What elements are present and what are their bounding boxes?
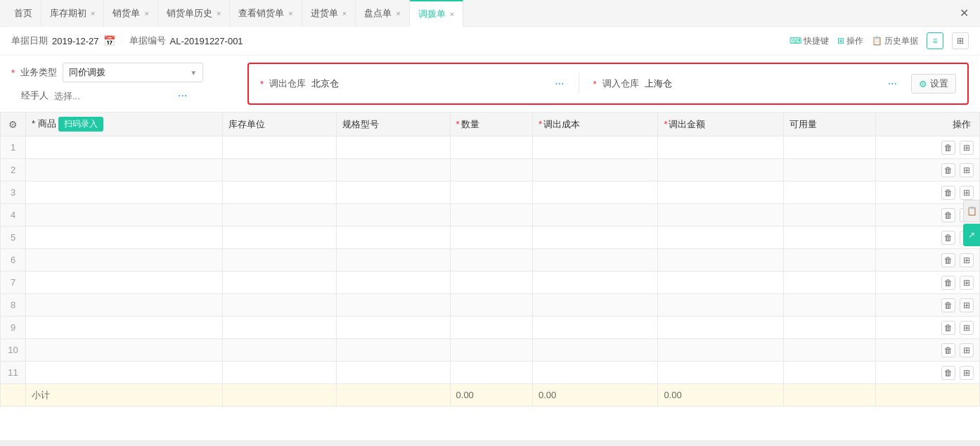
view-toggle-list[interactable]: ≡ <box>927 32 943 49</box>
cell-cost[interactable] <box>532 181 657 204</box>
cell-cost[interactable] <box>532 249 657 272</box>
tab-sales[interactable]: 销货单 × <box>104 0 157 27</box>
cell-qty[interactable] <box>450 204 532 227</box>
scan-entry-button[interactable]: 扫码录入 <box>58 117 103 132</box>
close-tab-stocktake[interactable]: × <box>396 9 400 18</box>
cell-amount[interactable] <box>658 136 783 159</box>
delete-row-icon[interactable]: 🗑 <box>941 141 955 155</box>
cell-unit[interactable] <box>222 181 336 204</box>
delete-row-icon[interactable]: 🗑 <box>941 298 955 312</box>
close-tab-view-sales[interactable]: × <box>288 9 292 18</box>
tab-inventory-init[interactable]: 库存期初 × <box>41 0 104 27</box>
cell-product[interactable] <box>26 227 223 249</box>
cell-qty[interactable] <box>450 317 532 339</box>
cell-unit[interactable] <box>222 136 336 159</box>
delete-row-icon[interactable]: 🗑 <box>941 366 955 380</box>
cell-available[interactable] <box>783 317 875 339</box>
cell-available[interactable] <box>783 181 875 204</box>
operations-btn[interactable]: ⊞ 操作 <box>837 35 863 47</box>
shortcuts-btn[interactable]: ⌨ 快捷键 <box>789 35 829 47</box>
cell-amount[interactable] <box>658 204 783 227</box>
cell-amount[interactable] <box>658 227 783 249</box>
side-list-icon[interactable]: 📋 <box>963 200 980 222</box>
cell-amount[interactable] <box>658 159 783 181</box>
cell-product[interactable] <box>26 294 223 317</box>
in-warehouse-more-icon[interactable]: ··· <box>888 77 897 90</box>
history-btn[interactable]: 📋 历史单据 <box>872 35 918 47</box>
delete-row-icon[interactable]: 🗑 <box>941 231 955 245</box>
copy-row-icon[interactable]: ⊞ <box>960 298 974 312</box>
out-warehouse-more-icon[interactable]: ··· <box>555 77 564 90</box>
close-tab-sales-history[interactable]: × <box>217 9 221 18</box>
cell-available[interactable] <box>783 249 875 272</box>
cell-cost[interactable] <box>532 204 657 227</box>
cell-product[interactable] <box>26 249 223 272</box>
copy-row-icon[interactable]: ⊞ <box>960 253 974 267</box>
cell-unit[interactable] <box>222 362 336 384</box>
close-tab-transfer[interactable]: × <box>450 10 454 18</box>
delete-row-icon[interactable]: 🗑 <box>941 276 955 290</box>
cell-spec[interactable] <box>336 294 450 317</box>
cell-unit[interactable] <box>222 317 336 339</box>
cell-spec[interactable] <box>336 339 450 362</box>
copy-row-icon[interactable]: ⊞ <box>960 186 974 200</box>
cell-cost[interactable] <box>532 339 657 362</box>
calendar-icon[interactable]: 📅 <box>103 35 115 46</box>
cell-available[interactable] <box>783 362 875 384</box>
biz-type-select[interactable]: 同价调拨 ▼ <box>63 63 203 82</box>
cell-available[interactable] <box>783 272 875 294</box>
cell-amount[interactable] <box>658 272 783 294</box>
cell-product[interactable] <box>26 362 223 384</box>
cell-product[interactable] <box>26 317 223 339</box>
cell-qty[interactable] <box>450 294 532 317</box>
handler-input[interactable] <box>54 91 172 101</box>
close-tab-inventory-init[interactable]: × <box>91 9 95 18</box>
cell-unit[interactable] <box>222 227 336 249</box>
delete-row-icon[interactable]: 🗑 <box>941 343 955 357</box>
delete-row-icon[interactable]: 🗑 <box>941 253 955 267</box>
cell-cost[interactable] <box>532 362 657 384</box>
cell-available[interactable] <box>783 227 875 249</box>
cell-product[interactable] <box>26 136 223 159</box>
side-export-icon[interactable]: ↗ <box>963 224 980 246</box>
cell-product[interactable] <box>26 181 223 204</box>
scroll-area[interactable] <box>0 440 980 446</box>
cell-qty[interactable] <box>450 339 532 362</box>
copy-row-icon[interactable]: ⊞ <box>960 163 974 177</box>
cell-spec[interactable] <box>336 136 450 159</box>
cell-amount[interactable] <box>658 249 783 272</box>
tab-purchase[interactable]: 进货单 × <box>302 0 356 27</box>
cell-unit[interactable] <box>222 159 336 181</box>
handler-more-icon[interactable]: ··· <box>178 89 187 102</box>
cell-available[interactable] <box>783 136 875 159</box>
cell-amount[interactable] <box>658 294 783 317</box>
cell-cost[interactable] <box>532 317 657 339</box>
cell-amount[interactable] <box>658 317 783 339</box>
cell-unit[interactable] <box>222 294 336 317</box>
cell-cost[interactable] <box>532 136 657 159</box>
cell-spec[interactable] <box>336 159 450 181</box>
cell-available[interactable] <box>783 159 875 181</box>
cell-qty[interactable] <box>450 227 532 249</box>
cell-qty[interactable] <box>450 249 532 272</box>
tab-sales-history[interactable]: 销货单历史 × <box>158 0 230 27</box>
cell-unit[interactable] <box>222 339 336 362</box>
col-gear-icon[interactable]: ⚙ <box>8 119 18 130</box>
cell-qty[interactable] <box>450 181 532 204</box>
delete-row-icon[interactable]: 🗑 <box>941 186 955 200</box>
cell-product[interactable] <box>26 339 223 362</box>
cell-cost[interactable] <box>532 272 657 294</box>
cell-qty[interactable] <box>450 272 532 294</box>
cell-spec[interactable] <box>336 272 450 294</box>
cell-spec[interactable] <box>336 317 450 339</box>
cell-product[interactable] <box>26 159 223 181</box>
cell-available[interactable] <box>783 339 875 362</box>
cell-spec[interactable] <box>336 227 450 249</box>
cell-spec[interactable] <box>336 181 450 204</box>
cell-amount[interactable] <box>658 339 783 362</box>
cell-available[interactable] <box>783 204 875 227</box>
close-tab-purchase[interactable]: × <box>342 9 347 18</box>
cell-unit[interactable] <box>222 249 336 272</box>
cell-amount[interactable] <box>658 362 783 384</box>
delete-row-icon[interactable]: 🗑 <box>941 321 955 335</box>
